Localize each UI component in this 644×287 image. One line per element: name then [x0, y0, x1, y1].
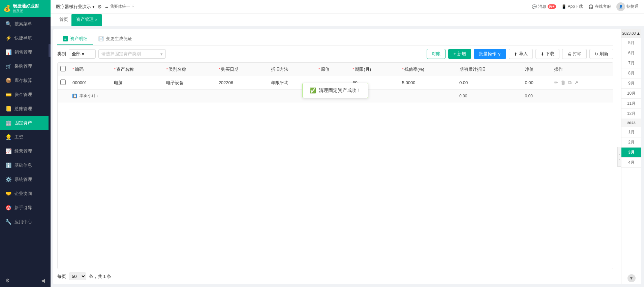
month-jul[interactable]: 7月: [621, 58, 641, 68]
sidebar-item-fixed-assets[interactable]: 🏢 固定资产: [0, 116, 49, 130]
more-icon[interactable]: ↗: [574, 80, 578, 86]
finance-icon: 💳: [5, 92, 12, 98]
import-button[interactable]: ⬆ 导入: [509, 49, 533, 59]
sidebar-nav: 🔍 搜索菜单 ⚡ 快捷导航 📊 销售管理 🛒 采购管理 📦 库存核算 💳: [0, 17, 49, 274]
sidebar-item-label: 新手引导: [14, 205, 32, 211]
settings-icon[interactable]: ⚙: [5, 278, 10, 284]
col-original-value: *原值: [316, 63, 350, 76]
inventory-icon: 📦: [5, 77, 12, 84]
tab-close-button[interactable]: ×: [95, 18, 97, 22]
calendar-months: 5月 6月 7月 8月 9月 10月 11月 12月 2023 1月 2月 3月…: [621, 38, 641, 272]
per-page-select[interactable]: 50 100 200: [69, 273, 86, 280]
user-avatar-button[interactable]: 👤 畅捷通: [616, 2, 639, 11]
sidebar-item-guide[interactable]: 🎯 新手引导: [0, 201, 49, 215]
sidebar-item-base-info[interactable]: ℹ️ 基础信息: [0, 158, 49, 172]
experience-button[interactable]: ☁ 我要体验一下: [104, 4, 134, 9]
download-icon: ⬇: [541, 52, 544, 57]
sidebar-item-system[interactable]: ⚙️ 系统管理: [0, 172, 49, 187]
calendar-toggle-button[interactable]: › ›: [617, 147, 621, 167]
print-icon: 🖨: [567, 52, 572, 57]
month-oct[interactable]: 10月: [621, 89, 641, 99]
calendar-footer: ▼: [621, 272, 641, 284]
select-dropdown-icon: ▾: [82, 52, 84, 57]
delete-icon[interactable]: 🗑: [561, 80, 565, 86]
refresh-button[interactable]: ↻ 刷新: [589, 49, 613, 59]
sidebar-item-inventory[interactable]: 📦 库存核算: [0, 73, 49, 88]
sidebar-item-label: 快捷导航: [14, 35, 32, 41]
row-checkbox[interactable]: [60, 79, 66, 85]
sub-tab-asset-detail[interactable]: ≡ 资产明细: [57, 33, 93, 45]
print-label: 打印: [573, 51, 582, 57]
collapse-icon[interactable]: ◀: [41, 278, 45, 284]
month-mar-2023[interactable]: 3月: [621, 148, 641, 158]
sidebar-item-label: 应用中心: [14, 219, 32, 225]
month-feb-2023[interactable]: 2月: [621, 137, 641, 148]
tab-home[interactable]: 首页: [56, 14, 71, 26]
tabs-bar: 首页 资产管理 ×: [51, 13, 644, 26]
sidebar-item-payroll[interactable]: 👷 工资: [0, 130, 49, 144]
new-button[interactable]: + 新增: [448, 49, 471, 59]
sidebar-bottom: ⚙ ◀: [0, 274, 51, 287]
sidebar-logo: 💰 畅捷通好业财 普及版: [0, 0, 51, 17]
month-jun[interactable]: 6月: [621, 48, 641, 58]
download-button[interactable]: ⬇ 下载: [535, 49, 559, 59]
month-may[interactable]: 5月: [621, 38, 641, 48]
filter-toolbar: 类别 全部 ▾ 请选择固定资产类别 ▾ 对账 + 新增: [57, 49, 613, 59]
download-label: 下载: [546, 51, 554, 57]
sidebar-item-cooperation[interactable]: 🤝 企业协同: [0, 187, 49, 201]
online-service-button[interactable]: 🎧 在线客服: [588, 4, 611, 9]
company-name: 医疗器械行业演示: [56, 4, 91, 10]
import-label: 导入: [519, 51, 528, 57]
cell-net-value: 0.00: [522, 76, 552, 90]
company-selector[interactable]: 医疗器械行业演示 ▾: [56, 4, 95, 10]
message-badge: 99+: [548, 4, 556, 9]
month-aug[interactable]: 8月: [621, 68, 641, 78]
panel-container: ≡ 资产明细 📄 变更生成凭证 类别 全部 ▾ 请选择固定资产类: [53, 29, 641, 284]
app-download-button[interactable]: 📱 App下载: [561, 4, 583, 9]
select-all-checkbox[interactable]: [60, 66, 66, 71]
copy-icon[interactable]: ⧉: [568, 80, 572, 86]
sidebar-item-search[interactable]: 🔍 搜索菜单: [0, 17, 49, 31]
topbar: 医疗器械行业演示 ▾ ⚙ ☁ 我要体验一下 💬 消息 99+ 📱 App下载 🎧…: [51, 0, 644, 13]
reconcile-button[interactable]: 对账: [427, 49, 446, 59]
cooperation-icon: 🤝: [5, 191, 12, 197]
sidebar-item-sales[interactable]: 📊 销售管理: [0, 45, 49, 59]
month-nov[interactable]: 11月: [621, 99, 641, 109]
service-icon: 🎧: [588, 4, 593, 9]
sidebar-item-finance[interactable]: 💳 资金管理: [0, 88, 49, 102]
sidebar-item-label: 采购管理: [14, 63, 32, 69]
print-button[interactable]: 🖨 打印: [562, 49, 587, 59]
guide-icon: 🎯: [5, 205, 12, 211]
edit-icon[interactable]: ✏: [554, 80, 558, 86]
sidebar-item-ledger[interactable]: 📒 总账管理: [0, 102, 49, 116]
month-sep[interactable]: 9月: [621, 78, 641, 89]
sidebar-item-label: 固定资产: [14, 120, 32, 126]
batch-button[interactable]: 批量操作 ∨: [474, 49, 506, 59]
col-action: 操作: [551, 63, 613, 76]
category-type-select[interactable]: 全部 ▾: [69, 49, 96, 59]
sub-tab-change-voucher[interactable]: 📄 变更生成凭证: [93, 33, 137, 45]
pagination: 每页 50 100 200 条，共 1 条: [57, 269, 613, 280]
settings-button[interactable]: ⚙: [97, 4, 102, 10]
col-depreciation: 折旧方法: [268, 63, 316, 76]
col-initial-accumulated: 期初累计折旧: [457, 63, 522, 76]
sidebar-item-label: 基础信息: [14, 162, 32, 168]
calendar-up-button[interactable]: ▲: [636, 31, 640, 36]
month-apr-2023[interactable]: 4月: [621, 158, 641, 168]
category-input[interactable]: 请选择固定资产类别 ▾: [98, 49, 166, 59]
tab-asset-label: 资产管理: [76, 17, 94, 23]
sidebar-item-app-center[interactable]: 🔧 应用中心: [0, 215, 49, 229]
calendar-down-button[interactable]: ▼: [627, 274, 636, 282]
sidebar-item-operations[interactable]: 📈 经营管理: [0, 144, 49, 158]
tab-asset-management[interactable]: 资产管理 ×: [71, 14, 102, 26]
sidebar-item-label: 系统管理: [14, 177, 32, 183]
message-button[interactable]: 💬 消息 99+: [532, 4, 556, 9]
reconcile-label: 对账: [432, 51, 440, 57]
sidebar-item-label: 企业协同: [14, 191, 32, 197]
month-dec[interactable]: 12月: [621, 109, 641, 119]
sidebar-item-quick-nav[interactable]: ⚡ 快捷导航: [0, 31, 49, 45]
cell-residual-rate: 5.0000: [399, 76, 457, 90]
year-2023-label: 2023: [621, 119, 641, 127]
sidebar-item-purchase[interactable]: 🛒 采购管理: [0, 59, 49, 73]
month-jan-2023[interactable]: 1月: [621, 127, 641, 137]
